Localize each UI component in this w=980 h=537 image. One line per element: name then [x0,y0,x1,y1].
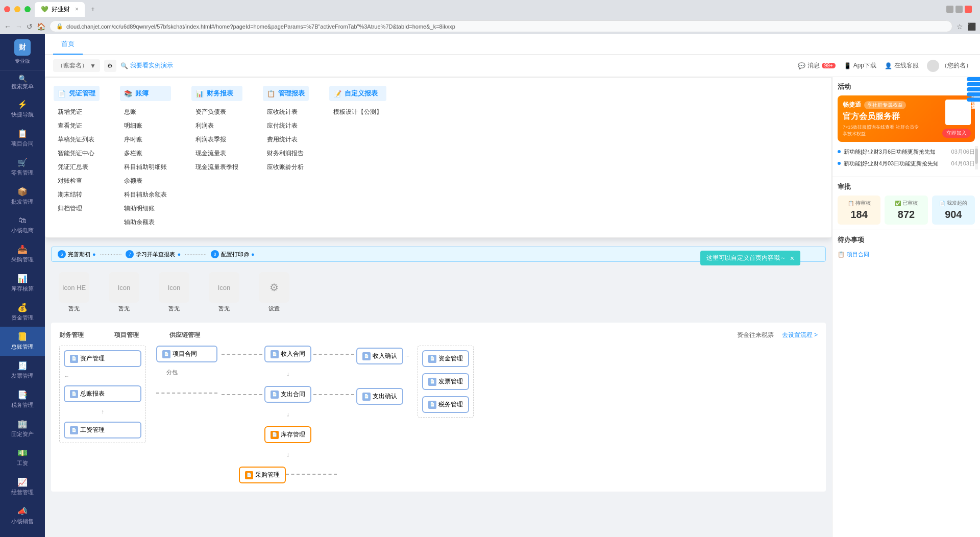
service-community-btn[interactable]: 服务社区 [967,92,980,96]
flow-box-income-contract[interactable]: 📄 收入合同 [264,346,311,362]
flow-box-expense-confirm[interactable]: 📄 支出确认 [356,388,403,405]
maximize-button[interactable] [24,6,31,12]
sidebar-item-inventory[interactable]: 📊 库存核算 [0,268,45,298]
menu-item-multi-column[interactable]: 多栏账 [120,147,171,160]
menu-item-income-statement[interactable]: 利润表 [191,119,242,133]
news-item-2[interactable]: 新功能|好业财4月03日功能更新抢先知 04月03日 [838,158,975,169]
menu-item-subject-aux-balance[interactable]: 科目辅助余额表 [120,188,171,202]
sidebar-search[interactable]: 🔍 搜索菜单 [0,70,45,94]
flow-box-capital-mgmt[interactable]: 📄 资金管理 [422,350,469,367]
sidebar-item-payroll[interactable]: 💵 工资 [0,443,45,472]
address-bar[interactable]: 🔒 cloud.chanjet.com/cc/u6d89qwnryel/57bf… [50,20,952,32]
header-search-demo[interactable]: 🔍 我要看实例演示 [120,61,173,70]
nav-refresh-button[interactable]: ↺ [27,22,33,31]
customer-service-btn[interactable]: 客服热线 [967,87,980,91]
bookmark-icon[interactable]: ☆ [957,22,963,31]
settings-icon[interactable]: ⚙ [104,60,116,72]
icon-card-2[interactable]: Icon 暂无 [101,268,147,316]
menu-item-receivable-aging[interactable]: 应收账龄分析 [263,160,309,174]
close-button[interactable] [4,6,10,12]
menu-item-subject-aux-detail[interactable]: 科目辅助明细账 [120,160,171,174]
app-download-button[interactable]: 📱 App下载 [844,61,876,70]
sidebar-item-invoice[interactable]: 🧾 发票管理 [0,356,45,385]
icon-card-1[interactable]: Icon HE 暂无 [51,268,97,316]
menu-item-period-transfer[interactable]: 期末结转 [54,188,100,202]
active-tab[interactable]: 💚 好业财 × [35,2,85,17]
nav-forward-button[interactable]: → [15,22,22,31]
company-selector[interactable]: （账套名） ▼ [53,59,100,72]
tab-home[interactable]: 首页 [53,34,83,55]
flow-box-payroll[interactable]: 📄 工资管理 [64,422,141,438]
approval-pending-card[interactable]: 📋 待审核 184 [838,196,880,225]
flow-box-project-contract[interactable]: 📄 项目合同 [156,346,217,362]
menu-item-receivable-stats[interactable]: 应收统计表 [263,105,309,119]
sidebar-item-tax[interactable]: 📑 税务管理 [0,385,45,414]
sidebar-item-quick-nav[interactable]: ⚡ 快捷导航 [0,94,45,124]
todo-item-project-contract[interactable]: 📋 项目合同 [838,249,975,260]
flow-box-asset[interactable]: 📄 资产管理 [64,350,141,367]
sidebar-item-retail[interactable]: 🛒 零售管理 [0,153,45,182]
menu-item-expense-stats[interactable]: 费用统计表 [263,133,309,147]
new-tab-button[interactable]: + [87,3,99,15]
sidebar-item-basic-info[interactable]: ℹ 基础信息 [0,530,45,537]
approval-initiated-card[interactable]: 📄 我发起的 904 [932,196,975,225]
menu-item-chronological[interactable]: 序时账 [120,133,171,147]
icon-card-3[interactable]: Icon 暂无 [151,268,197,316]
menu-item-aux-detail[interactable]: 辅助明细账 [120,202,171,215]
menu-item-add-voucher[interactable]: 新增凭证 [54,105,100,119]
flow-box-ledger-report[interactable]: 📄 总账报表 [64,385,141,402]
sidebar-item-wholesale[interactable]: 📦 批发管理 [0,182,45,211]
flow-box-invoice-mgmt[interactable]: 📄 发票管理 [422,373,469,390]
desktop-shortcut-btn[interactable]: 桌面快捷 [967,97,980,102]
tab-close-icon[interactable]: × [75,6,79,13]
menu-item-balance-table[interactable]: 余额表 [120,174,171,188]
user-profile[interactable]: （您的名） [927,60,972,72]
menu-item-payable-stats[interactable]: 应付统计表 [263,119,309,133]
menu-item-smart-voucher[interactable]: 智能凭证中心 [54,147,100,160]
menu-item-profit-report[interactable]: 财务利润报告 [263,147,309,160]
sidebar-item-business[interactable]: 📈 经营管理 [0,472,45,501]
approval-approved-card[interactable]: ✅ 已审核 872 [885,196,927,225]
homepage-settings-btn[interactable]: 首页设置 [967,77,980,81]
sidebar-item-project-contract[interactable]: 📋 项目合同 [0,124,45,153]
menu-item-archive[interactable]: 归档管理 [54,202,100,215]
window-minimize-icon[interactable] [946,6,953,13]
menu-item-voucher-summary[interactable]: 凭证汇总表 [54,160,100,174]
extension-icon[interactable]: ⬛ [967,22,976,31]
flow-box-purchase[interactable]: 📄 采购管理 [239,467,286,483]
join-activity-btn[interactable]: 立即加入 [942,129,971,138]
icon-card-settings[interactable]: ⚙ 设置 [251,268,297,316]
sidebar-item-fixed-assets[interactable]: 🏢 固定资产 [0,414,45,443]
menu-item-income-quarterly[interactable]: 利润表季报 [191,133,242,147]
menu-item-cashflow-quarterly[interactable]: 现金流量表季报 [191,160,242,174]
menu-item-balance-sheet[interactable]: 资产负债表 [191,105,242,119]
sidebar-item-purchase[interactable]: 📥 采购管理 [0,239,45,268]
sidebar-item-capital[interactable]: 💰 资金管理 [0,298,45,327]
flow-box-tax-mgmt[interactable]: 📄 税务管理 [422,396,469,413]
menu-item-detail-ledger[interactable]: 明细账 [120,119,171,133]
menu-item-cashflow[interactable]: 现金流量表 [191,147,242,160]
menu-item-account-check[interactable]: 对账检查 [54,174,100,188]
news-item-1[interactable]: 新功能|好业财3月6日功能更新抢先知 03月06日 [838,146,975,158]
messages-button[interactable]: 💬 消息 99+ [798,61,836,70]
menu-item-aux-balance[interactable]: 辅助余额表 [120,215,171,229]
window-restore-icon[interactable] [955,6,963,13]
help-center-btn[interactable]: 帮助中心 [967,82,980,86]
nav-home-button[interactable]: 🏠 [37,22,45,31]
minimize-button[interactable] [14,6,20,12]
menu-item-template-design[interactable]: 模板设计【公测】 [329,105,386,119]
menu-item-general-ledger[interactable]: 总账 [120,105,171,119]
menu-item-view-voucher[interactable]: 查看凭证 [54,119,100,133]
online-service-button[interactable]: 👤 在线客服 [885,61,919,70]
sidebar-item-ecommerce[interactable]: 🛍 小畅电商 [0,211,45,239]
sidebar-item-general-ledger[interactable]: 📒 总账管理 [0,327,45,356]
customize-tip-close-button[interactable]: × [790,254,794,262]
flow-box-income-confirm[interactable]: 📄 收入确认 [356,348,403,364]
nav-back-button[interactable]: ← [4,22,11,31]
flow-setup-link[interactable]: 去设置流程 > [782,331,818,339]
window-close-icon[interactable] [965,6,972,13]
flow-box-expense-contract[interactable]: 📄 支出合同 [264,386,311,403]
icon-card-4[interactable]: Icon 暂无 [201,268,247,316]
menu-item-draft-voucher[interactable]: 草稿凭证列表 [54,133,100,147]
sidebar-item-sales[interactable]: 📣 小畅销售 [0,501,45,530]
